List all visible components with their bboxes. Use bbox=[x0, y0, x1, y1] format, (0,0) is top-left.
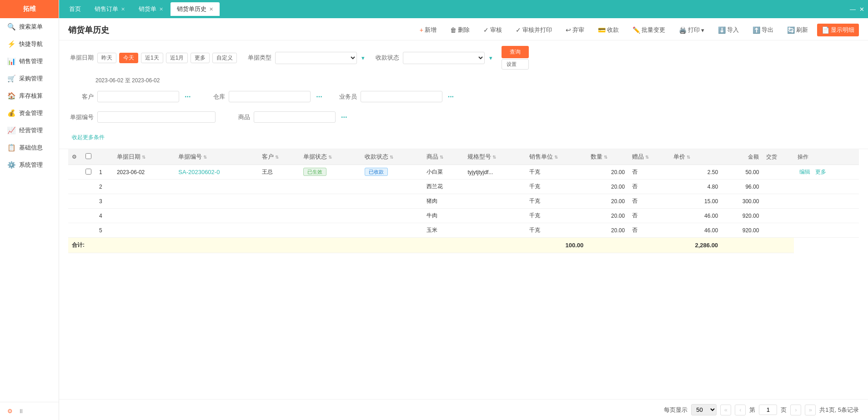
close-sales-goods[interactable]: ✕ bbox=[159, 6, 163, 12]
unit-cell: 千克 bbox=[526, 165, 587, 180]
col-unit-price[interactable]: 单价 bbox=[670, 149, 722, 165]
checkbox-cell bbox=[82, 165, 95, 180]
abandon-button[interactable]: ↩ 弃审 bbox=[561, 24, 589, 36]
amount-cell: 50.00 bbox=[722, 165, 763, 180]
date-btn-today[interactable]: 今天 bbox=[119, 53, 138, 63]
sidebar-item-quick-nav[interactable]: ⚡ 快捷导航 bbox=[0, 35, 59, 53]
sidebar-item-capital-mgmt[interactable]: 💰 资金管理 bbox=[0, 105, 59, 122]
action-cell bbox=[794, 209, 859, 223]
audit-print-icon: ✓ bbox=[516, 26, 521, 34]
tab-home[interactable]: 首页 bbox=[63, 2, 87, 16]
next-page-btn[interactable]: › bbox=[790, 405, 801, 415]
settings-button[interactable]: 设置 bbox=[502, 59, 529, 70]
col-customer[interactable]: 客户 bbox=[258, 149, 300, 165]
col-doc-no[interactable]: 单据编号 bbox=[175, 149, 258, 165]
sort-collect-status[interactable]: 收款状态 bbox=[365, 153, 419, 161]
delete-button[interactable]: 🗑 删除 bbox=[446, 24, 474, 36]
gift-cell: 否 bbox=[628, 194, 670, 209]
sort-qty[interactable]: 数量 bbox=[591, 153, 625, 161]
col-unit[interactable]: 销售单位 bbox=[526, 149, 587, 165]
date-btn-7days[interactable]: 近1天 bbox=[141, 53, 163, 63]
select-all-checkbox[interactable] bbox=[85, 153, 91, 159]
prev-page-btn[interactable]: ‹ bbox=[735, 405, 746, 415]
sort-unit-price[interactable]: 单价 bbox=[673, 153, 718, 161]
doc-no-input[interactable] bbox=[97, 111, 216, 123]
collect-status-select[interactable] bbox=[403, 52, 485, 64]
tab-sales-history[interactable]: 销货单历史 ✕ bbox=[171, 2, 220, 16]
date-btn-yesterday[interactable]: 昨天 bbox=[97, 53, 116, 63]
date-btn-custom[interactable]: 自定义 bbox=[212, 53, 237, 63]
customer-picker-icon[interactable]: ··· bbox=[185, 93, 191, 101]
goods-picker-icon[interactable]: ··· bbox=[341, 113, 347, 121]
doc-type-select[interactable] bbox=[275, 52, 357, 64]
customer-input[interactable] bbox=[97, 91, 179, 102]
sidebar-item-search-menu[interactable]: 🔍 搜索菜单 bbox=[0, 18, 59, 35]
sidebar-item-basic-info[interactable]: 📋 基础信息 bbox=[0, 139, 59, 156]
unit-cell: 千克 bbox=[526, 223, 587, 238]
col-spec[interactable]: 规格型号 bbox=[464, 149, 525, 165]
staff-picker-icon[interactable]: ··· bbox=[448, 93, 454, 101]
sort-spec[interactable]: 规格型号 bbox=[467, 153, 522, 161]
sort-unit[interactable]: 销售单位 bbox=[529, 153, 583, 161]
query-button[interactable]: 查询 bbox=[502, 46, 529, 58]
close-sales-history[interactable]: ✕ bbox=[209, 6, 213, 12]
per-page-select[interactable]: 50 100 200 bbox=[691, 404, 717, 415]
more-action-btn[interactable]: 更多 bbox=[813, 168, 828, 176]
date-btn-more[interactable]: 更多 bbox=[191, 53, 210, 63]
search-menu-icon: 🔍 bbox=[7, 23, 15, 31]
tab-sales-order[interactable]: 销售订单 ✕ bbox=[88, 2, 131, 16]
close-sales-order[interactable]: ✕ bbox=[121, 6, 125, 12]
print-button[interactable]: 🖨️ 打印 ▾ bbox=[674, 24, 709, 36]
refresh-button[interactable]: 🔄 刷新 bbox=[783, 24, 813, 36]
audit-button[interactable]: ✓ 审核 bbox=[479, 24, 507, 36]
tab-sales-order-label: 销售订单 bbox=[95, 5, 118, 13]
col-collect-status[interactable]: 收款状态 bbox=[361, 149, 422, 165]
collapse-button[interactable]: 收起更多条件 bbox=[68, 132, 859, 143]
table-body: 1 2023-06-02 SA-20230602-0 王总 已生效 已收款 小白… bbox=[68, 165, 859, 238]
col-gift[interactable]: 赠品 bbox=[628, 149, 670, 165]
tab-sales-goods[interactable]: 销货单 ✕ bbox=[132, 2, 170, 16]
first-page-btn[interactable]: « bbox=[720, 405, 731, 415]
show-detail-button[interactable]: 📄 显示明细 bbox=[817, 24, 859, 36]
close-btn[interactable]: ✕ bbox=[859, 6, 864, 13]
staff-input[interactable] bbox=[361, 91, 442, 102]
sidebar-item-sales-mgmt[interactable]: 📊 销售管理 bbox=[0, 53, 59, 70]
sort-doc-date[interactable]: 单据日期 bbox=[117, 153, 171, 161]
sort-gift[interactable]: 赠品 bbox=[632, 153, 666, 161]
sidebar-item-operations[interactable]: 📈 经营管理 bbox=[0, 122, 59, 139]
gear-cell bbox=[68, 180, 82, 194]
col-doc-date[interactable]: 单据日期 bbox=[113, 149, 175, 165]
export-button[interactable]: ⬆️ 导出 bbox=[748, 24, 778, 36]
col-qty[interactable]: 数量 bbox=[587, 149, 628, 165]
audit-print-button[interactable]: ✓ 审核并打印 bbox=[511, 24, 557, 36]
warehouse-picker-icon[interactable]: ··· bbox=[316, 93, 322, 101]
import-button[interactable]: ⬇️ 导入 bbox=[713, 24, 743, 36]
page-input[interactable] bbox=[759, 405, 777, 415]
edit-action-btn[interactable]: 编辑 bbox=[798, 168, 812, 176]
last-page-btn[interactable]: » bbox=[805, 405, 816, 415]
goods-input[interactable] bbox=[254, 111, 336, 123]
col-goods[interactable]: 商品 bbox=[423, 149, 464, 165]
unit-price-cell: 46.00 bbox=[670, 209, 722, 223]
sort-doc-status[interactable]: 单据状态 bbox=[303, 153, 357, 161]
sidebar-item-inventory[interactable]: 🏠 库存核算 bbox=[0, 87, 59, 105]
date-btn-1month[interactable]: 近1月 bbox=[166, 53, 188, 63]
checkbox-cell bbox=[82, 209, 95, 223]
col-doc-status[interactable]: 单据状态 bbox=[300, 149, 361, 165]
batch-change-button[interactable]: ✏️ 批量变更 bbox=[628, 24, 670, 36]
row-checkbox[interactable] bbox=[85, 169, 91, 175]
sidebar-bottom-icon2[interactable]: ⏸ bbox=[18, 408, 24, 415]
sort-customer[interactable]: 客户 bbox=[262, 153, 296, 161]
minimize-btn[interactable]: — bbox=[850, 6, 856, 13]
sidebar-item-purchase-mgmt[interactable]: 🛒 采购管理 bbox=[0, 70, 59, 87]
system-mgmt-icon: ⚙️ bbox=[7, 161, 15, 169]
sort-goods[interactable]: 商品 bbox=[426, 153, 461, 161]
sidebar-item-system-mgmt[interactable]: ⚙️ 系统管理 bbox=[0, 156, 59, 174]
doc-no-link[interactable]: SA-20230602-0 bbox=[178, 169, 220, 175]
doc-date-cell: 2023-06-02 bbox=[113, 165, 175, 180]
new-button[interactable]: + 新增 bbox=[415, 24, 441, 36]
collect-button[interactable]: 💳 收款 bbox=[593, 24, 623, 36]
sort-doc-no[interactable]: 单据编号 bbox=[178, 153, 255, 161]
sidebar-bottom-icon1[interactable]: ⚙ bbox=[7, 408, 13, 415]
warehouse-input[interactable] bbox=[229, 91, 311, 102]
